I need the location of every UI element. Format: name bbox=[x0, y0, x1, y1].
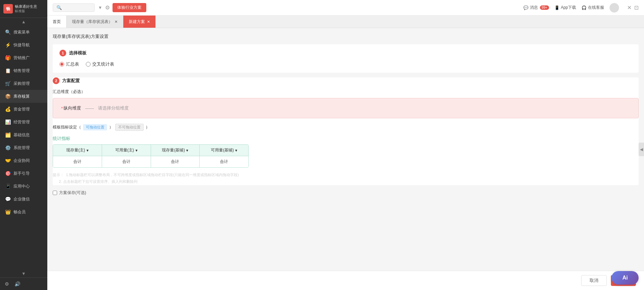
sidebar-item-enterprise[interactable]: 🤝 企业协同 bbox=[0, 154, 47, 167]
sidebar-item-inventory[interactable]: 📦 库存核算 bbox=[0, 90, 47, 103]
sidebar-item-basic-info[interactable]: 🗂️ 基础信息 bbox=[0, 128, 47, 141]
sidebar-scroll-up[interactable]: ▲ bbox=[0, 18, 47, 26]
ai-bubble[interactable]: Ai bbox=[612, 271, 639, 285]
col-header-2[interactable]: 现存量(基辅) ▾ bbox=[151, 145, 200, 156]
tab-home[interactable]: 首页 bbox=[47, 16, 67, 28]
radio-cross[interactable]: 交叉统计表 bbox=[86, 61, 114, 67]
col-0-dropdown-icon: ▾ bbox=[86, 148, 89, 153]
section2-title: 方案配置 bbox=[62, 78, 80, 84]
sidebar-bottom: ⚙ 🔊 bbox=[0, 277, 47, 290]
dimension-area[interactable]: * 纵向维度 —— 请选择分组维度 bbox=[53, 98, 639, 118]
close-icon[interactable]: ✕ bbox=[627, 4, 631, 11]
sidebar-item-quick-nav[interactable]: ⚡ 快捷导航 bbox=[0, 39, 47, 51]
section2-header: 2 方案配置 bbox=[53, 77, 639, 84]
stats-table-row-0: 合计 合计 合计 合计 bbox=[53, 156, 248, 167]
stats-title: 统计指标 bbox=[53, 136, 639, 142]
dimension-field-label: 纵向维度 bbox=[64, 105, 81, 111]
indicator-settings-label: 模板指标设定（ 可拖动位置 ） 不可拖动位置 ） bbox=[53, 124, 639, 131]
sales-icon: 📋 bbox=[5, 68, 11, 74]
finance-icon: 💰 bbox=[5, 106, 11, 112]
side-collapse-handle[interactable]: ◀ bbox=[639, 143, 644, 156]
expand-icon[interactable]: ▼ bbox=[98, 5, 102, 10]
radio-summary-input[interactable] bbox=[59, 62, 64, 67]
dimension-placeholder: 请选择分组维度 bbox=[98, 105, 129, 111]
sidebar: 畅 畅康通好生意 标准版 ▲ 🔍 搜索菜单 ⚡ 快捷导航 🎁 营销推广 📋 销售… bbox=[0, 0, 47, 290]
tab-new-plan[interactable]: 新建方案 ✕ bbox=[123, 16, 156, 28]
user-avatar[interactable] bbox=[610, 3, 619, 13]
draggable-tag: 可拖动位置 bbox=[83, 124, 107, 130]
operations-icon: 📊 bbox=[5, 119, 11, 125]
radio-cross-input[interactable] bbox=[86, 62, 91, 67]
topbar-right: 💬 消息 99+ 📱 App下载 🎧 在线客服 ✕ ⊡ bbox=[523, 3, 639, 13]
tip2-text: 2. 点击标题栏下拉可设置排序、插入列和删除列 bbox=[53, 178, 639, 185]
cancel-button[interactable]: 取消 bbox=[581, 275, 607, 286]
expand-window-icon[interactable]: ⊡ bbox=[634, 4, 639, 11]
sidebar-item-app-center[interactable]: 📱 应用中心 bbox=[0, 180, 47, 193]
quick-nav-icon: ⚡ bbox=[5, 42, 11, 48]
message-icon: 💬 bbox=[523, 5, 528, 10]
audio-icon[interactable]: 🔊 bbox=[15, 281, 20, 287]
wechat-icon: 💬 bbox=[5, 196, 11, 202]
section-config: 2 方案配置 汇总维度（必选） * 纵向维度 —— 请选择分组维度 模板指标设定… bbox=[53, 77, 639, 185]
not-draggable-tag: 不可拖动位置 bbox=[115, 124, 144, 131]
sidebar-item-operations[interactable]: 📊 经营管理 bbox=[0, 116, 47, 128]
service-icon: 🎧 bbox=[581, 5, 587, 10]
sidebar-item-marketing[interactable]: 🎁 营销推广 bbox=[0, 51, 47, 64]
section1-header: 1 选择模板 bbox=[59, 50, 632, 56]
section-template: 1 选择模板 汇总表 交叉统计表 bbox=[53, 44, 639, 73]
main-area: 🔍 ▼ ⚙ 体验行业方案 💬 消息 99+ 📱 App下载 🎧 在线客服 ✕ bbox=[47, 0, 644, 290]
purchase-icon: 🛒 bbox=[5, 80, 11, 87]
save-checkbox[interactable] bbox=[53, 191, 57, 195]
tabbar: 首页 现存量（库存状况表） ✕ 新建方案 ✕ bbox=[47, 16, 644, 28]
tab-inventory-close-icon[interactable]: ✕ bbox=[115, 20, 118, 24]
tip2: 2. 点击标题栏下拉可设置排序、插入列和删除列 bbox=[59, 179, 137, 184]
newbie-icon: 🎯 bbox=[5, 170, 11, 176]
col-header-0[interactable]: 现存量(主) ▾ bbox=[53, 145, 102, 156]
sidebar-item-finance[interactable]: 💰 资金管理 bbox=[0, 103, 47, 116]
indicator-settings: 模板指标设定（ 可拖动位置 ） 不可拖动位置 ） bbox=[53, 124, 639, 131]
save-option: 方案保存(可选) bbox=[53, 190, 639, 196]
sidebar-item-sales[interactable]: 📋 销售管理 bbox=[0, 64, 47, 77]
sidebar-item-purchase[interactable]: 🛒 采购管理 bbox=[0, 77, 47, 90]
messages-badge: 99+ bbox=[540, 5, 549, 10]
app-download-item[interactable]: 📱 App下载 bbox=[554, 5, 576, 10]
cell-0-0: 合计 bbox=[53, 156, 102, 167]
sidebar-logo: 畅 畅康通好生意 标准版 bbox=[0, 0, 47, 18]
search-box[interactable]: 🔍 bbox=[53, 3, 95, 12]
sidebar-item-newbie[interactable]: 🎯 新手引导 bbox=[0, 167, 47, 180]
section2-number: 2 bbox=[53, 77, 59, 84]
window-controls: ✕ ⊡ bbox=[627, 4, 639, 11]
app-logo-icon: 畅 bbox=[3, 4, 13, 14]
stats-table: 现存量(主) ▾ 可用量(主) ▾ 现存量(基辅) ▾ 可用量(基辅) bbox=[53, 144, 249, 168]
sidebar-item-member[interactable]: 👑 畅会员 bbox=[0, 206, 47, 218]
tab-inventory-status[interactable]: 现存量（库存状况表） ✕ bbox=[67, 16, 123, 28]
col-header-3[interactable]: 可用量(基辅) ▾ bbox=[200, 145, 248, 156]
messages-item[interactable]: 💬 消息 99+ bbox=[523, 5, 549, 10]
sidebar-item-wechat[interactable]: 💬 企业微信 bbox=[0, 193, 47, 206]
online-service-item[interactable]: 🎧 在线客服 bbox=[581, 5, 604, 10]
settings-icon[interactable]: ⚙ bbox=[5, 281, 9, 287]
radio-summary-label: 汇总表 bbox=[66, 61, 79, 67]
template-options: 汇总表 交叉统计表 bbox=[59, 61, 632, 67]
gear-icon[interactable]: ⚙ bbox=[105, 4, 110, 11]
col-header-1[interactable]: 可用量(主) ▾ bbox=[102, 145, 151, 156]
sidebar-nav: 🔍 搜索菜单 ⚡ 快捷导航 🎁 营销推广 📋 销售管理 🛒 采购管理 📦 库存核… bbox=[0, 26, 47, 270]
cell-0-1: 合计 bbox=[102, 156, 151, 167]
sidebar-item-system[interactable]: ⚙️ 系统管理 bbox=[0, 141, 47, 154]
cell-0-3: 合计 bbox=[200, 156, 248, 167]
app-center-icon: 📱 bbox=[5, 183, 11, 189]
tips-title: 提示： bbox=[53, 173, 64, 177]
sidebar-item-search-menu[interactable]: 🔍 搜索菜单 bbox=[0, 26, 47, 39]
sidebar-scroll-down[interactable]: ▼ bbox=[0, 270, 47, 277]
dimension-arrow: —— bbox=[85, 106, 94, 111]
content-area: 现存量(库存状况表)方案设置 1 选择模板 汇总表 交叉统计表 2 bbox=[47, 28, 644, 271]
search-input[interactable] bbox=[64, 5, 91, 10]
cell-0-2: 合计 bbox=[151, 156, 200, 167]
save-label: 方案保存(可选) bbox=[59, 190, 86, 196]
page-title: 现存量(库存状况表)方案设置 bbox=[53, 33, 639, 40]
marketing-icon: 🎁 bbox=[5, 55, 11, 61]
tab-new-plan-close-icon[interactable]: ✕ bbox=[147, 20, 150, 24]
radio-summary[interactable]: 汇总表 bbox=[59, 61, 79, 67]
trial-button[interactable]: 体验行业方案 bbox=[113, 3, 146, 12]
system-icon: ⚙️ bbox=[5, 145, 11, 151]
